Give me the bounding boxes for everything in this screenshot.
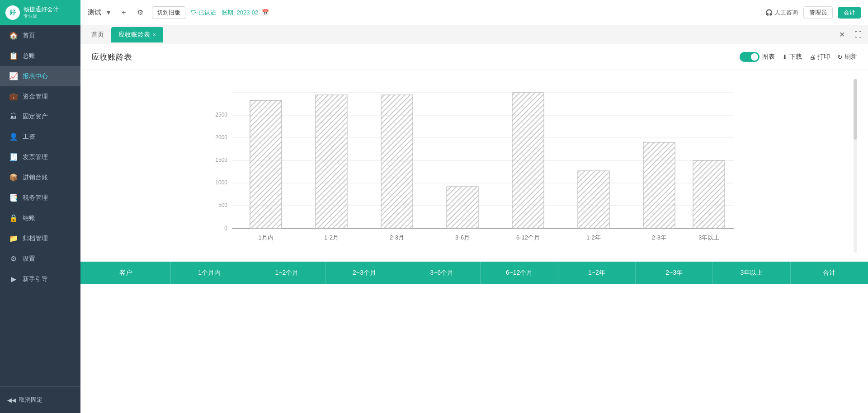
svg-text:1500: 1500: [215, 157, 227, 163]
col-header-3year-plus: 3年以上: [713, 262, 790, 284]
tab-home[interactable]: 首页: [84, 27, 111, 42]
sidebar-item-label: 归档管理: [23, 235, 48, 243]
page-header: 应收账龄表 图表 ⬇ 下载 🖨 打印 ↻: [80, 44, 868, 70]
sidebar-item-label: 资金管理: [23, 93, 48, 101]
col-header-2-3month: 2~3个月: [326, 262, 403, 284]
archive-icon: 📁: [9, 234, 18, 243]
tabsbar-right: ✕ ⛶: [835, 28, 864, 41]
table-area: 客户 1个月内 1~2个月 2~3个月 3~6个月 6~12个月 1~2年 2~…: [80, 262, 868, 293]
logo-text-block: 畅捷通好会计 专业版: [24, 6, 59, 20]
sidebar-item-funds[interactable]: 💼 资金管理: [0, 86, 80, 107]
workspace-name: 测试: [88, 8, 101, 17]
workspace-dropdown[interactable]: ▾: [107, 8, 110, 17]
print-button[interactable]: 🖨 打印: [809, 53, 830, 61]
calendar-icon[interactable]: 📅: [262, 9, 269, 16]
col-header-customer: 客户: [80, 262, 171, 284]
page-title: 应收账龄表: [91, 52, 132, 62]
chart-scrollbar[interactable]: [854, 79, 857, 253]
sidebar-item-invoice[interactable]: 🧾 发票管理: [0, 147, 80, 167]
svg-rect-17: [381, 95, 413, 228]
page-container: 应收账龄表 图表 ⬇ 下载 🖨 打印 ↻: [80, 44, 868, 413]
chart-area: 0 500 1000 1500 2000 2500: [80, 70, 868, 262]
settings-icon: ⚙: [9, 254, 18, 263]
sidebar-item-assets[interactable]: 🏛 固定资产: [0, 107, 80, 127]
refresh-icon: ↻: [837, 53, 843, 61]
sidebar-item-label: 发票管理: [23, 153, 48, 161]
col-header-1-2year: 1~2年: [558, 262, 636, 284]
sidebar-item-label: 税务管理: [23, 194, 48, 202]
main-panel: 测试 ▾ + ⚙ 切到旧版 🛡 已认证 账期 2023-02 📅 🎧 人工咨询 …: [80, 0, 868, 413]
svg-text:0: 0: [224, 225, 227, 232]
chart-scrollbar-thumb: [854, 79, 857, 140]
period-label: 账期: [222, 9, 233, 16]
sidebar-item-reports[interactable]: 📈 报表中心: [0, 66, 80, 86]
tab-receivable-aging[interactable]: 应收账龄表 ×: [111, 27, 163, 42]
sidebar-item-label: 结账: [23, 214, 35, 222]
sidebar-item-guide[interactable]: ▶ 新手引导: [0, 269, 80, 289]
svg-rect-20: [578, 171, 609, 228]
topbar-right: 🎧 人工咨询 管理员 会计: [765, 6, 861, 19]
col-header-1month: 1个月内: [171, 262, 248, 284]
svg-rect-19: [512, 93, 544, 228]
purchase-sale-icon: 📦: [9, 173, 18, 182]
refresh-button[interactable]: ↻ 刷新: [837, 53, 857, 61]
svg-text:6-12个月: 6-12个月: [516, 234, 540, 241]
sidebar-item-label: 设置: [23, 255, 35, 263]
sidebar-item-salary[interactable]: 👤 工资: [0, 127, 80, 147]
sidebar-footer: ◀◀ 取消固定: [0, 386, 80, 413]
print-label: 打印: [817, 53, 830, 61]
svg-text:3-6月: 3-6月: [455, 234, 470, 241]
download-button[interactable]: ⬇ 下载: [782, 53, 802, 61]
sidebar-item-ledger[interactable]: 📋 总账: [0, 46, 80, 66]
table-header: 客户 1个月内 1~2个月 2~3个月 3~6个月 6~12个月 1~2年 2~…: [80, 262, 868, 284]
settings-button[interactable]: ⚙: [134, 6, 146, 19]
topbar-actions: + ⚙: [118, 6, 146, 19]
sidebar-item-purchase-sale[interactable]: 📦 进销台账: [0, 167, 80, 188]
assets-icon: 🏛: [9, 113, 18, 121]
sidebar-item-tax[interactable]: 📑 税务管理: [0, 188, 80, 208]
app-name: 畅捷通好会计: [24, 6, 59, 14]
svg-text:500: 500: [218, 202, 227, 208]
svg-rect-18: [447, 187, 478, 228]
role-button[interactable]: 会计: [838, 7, 861, 19]
close-window-button[interactable]: ✕: [835, 28, 848, 41]
sidebar-item-label: 报表中心: [23, 72, 48, 80]
sidebar-item-label: 固定资产: [23, 113, 48, 121]
refresh-label: 刷新: [844, 53, 857, 61]
tabsbar: 首页 应收账龄表 × ✕ ⛶: [80, 25, 868, 44]
bar-chart: 0 500 1000 1500 2000 2500: [91, 79, 852, 251]
page-actions: 图表 ⬇ 下载 🖨 打印 ↻ 刷新: [740, 52, 857, 62]
sidebar-item-closing[interactable]: 🔒 结账: [0, 208, 80, 228]
user-button[interactable]: 管理员: [803, 6, 833, 19]
expand-window-button[interactable]: ⛶: [852, 28, 864, 41]
sidebar-item-home[interactable]: 🏠 首页: [0, 25, 80, 46]
switch-version-button[interactable]: 切到旧版: [152, 6, 185, 19]
sidebar-item-settings[interactable]: ⚙ 设置: [0, 249, 80, 269]
consult-icon: 🎧: [765, 9, 773, 16]
svg-text:3年以上: 3年以上: [698, 234, 719, 241]
svg-text:2-3年: 2-3年: [652, 234, 666, 241]
sidebar-item-label: 进销台账: [23, 174, 48, 182]
pin-icon: ◀◀: [7, 397, 16, 404]
chart-toggle[interactable]: [740, 52, 760, 62]
certified-icon: 🛡: [191, 9, 197, 16]
certified-label: 已认证: [198, 9, 216, 17]
svg-rect-22: [693, 160, 725, 228]
tab-close-button[interactable]: ×: [153, 32, 156, 38]
period-info: 账期 2023-02 📅: [222, 9, 269, 17]
sidebar-item-archive[interactable]: 📁 归档管理: [0, 228, 80, 249]
col-header-2-3year: 2~3年: [636, 262, 713, 284]
home-tab-label: 首页: [91, 31, 104, 39]
svg-rect-16: [316, 95, 347, 228]
sidebar-item-label: 工资: [23, 133, 35, 141]
add-button[interactable]: +: [118, 6, 130, 19]
logo-icon: 好: [5, 5, 20, 20]
col-header-6-12month: 6~12个月: [481, 262, 558, 284]
salary-icon: 👤: [9, 132, 18, 141]
ledger-icon: 📋: [9, 52, 18, 60]
sidebar-item-label: 新手引导: [23, 275, 48, 283]
consult-button[interactable]: 🎧 人工咨询: [765, 9, 798, 17]
col-header-total: 合计: [791, 262, 868, 284]
cancel-pin-button[interactable]: ◀◀ 取消固定: [0, 391, 80, 408]
guide-icon: ▶: [9, 275, 18, 283]
